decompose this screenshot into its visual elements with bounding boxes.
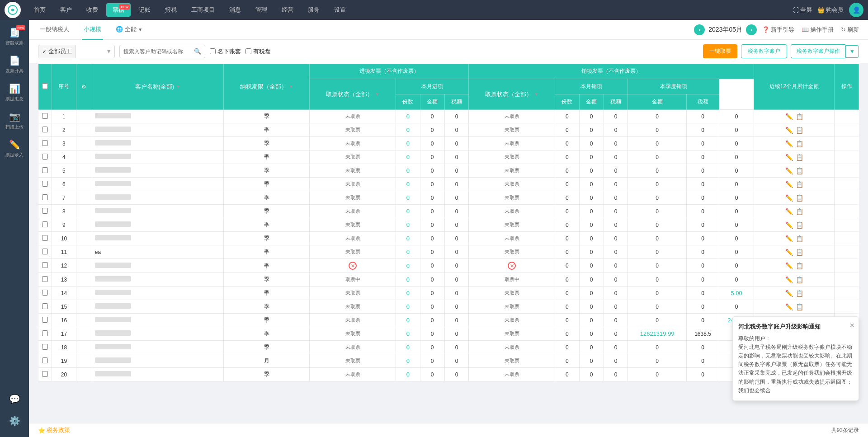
row-checkbox[interactable] <box>42 330 48 336</box>
cell-checkbox[interactable] <box>38 110 52 123</box>
row-checkbox[interactable] <box>42 235 48 241</box>
cell-checkbox[interactable] <box>38 287 52 300</box>
fullscreen-button[interactable]: ⛶ 全屏 <box>793 6 812 14</box>
row-checkbox[interactable] <box>42 221 48 227</box>
period-prev-button[interactable]: ‹ <box>694 24 705 35</box>
copy-icon[interactable]: 📋 <box>796 276 803 283</box>
edit-icon[interactable]: ✏️ <box>785 221 793 229</box>
sidebar-item-invoice-open[interactable]: 📄 发票开具 <box>2 52 27 78</box>
copy-icon[interactable]: 📋 <box>796 140 803 147</box>
copy-icon[interactable]: 📋 <box>796 181 803 188</box>
cell-checkbox[interactable] <box>38 273 52 287</box>
vip-button[interactable]: 👑 购会员 <box>817 6 844 14</box>
user-avatar[interactable]: 👤 <box>849 3 863 17</box>
cell-checkbox[interactable] <box>38 259 52 273</box>
sidebar-item-smart-ticket[interactable]: 🧾 智能取票 new <box>2 23 27 50</box>
cell-checkbox[interactable] <box>38 341 52 354</box>
row-checkbox[interactable] <box>42 371 48 377</box>
edit-icon[interactable]: ✏️ <box>785 127 793 134</box>
refresh-link[interactable]: ↻ 刷新 <box>841 26 859 34</box>
tab-full[interactable]: 🌐 全能 ▼ <box>114 20 144 40</box>
sidebar-item-chat[interactable]: 💬 <box>2 390 27 408</box>
sub-accounts-checkbox[interactable] <box>210 48 216 54</box>
copy-icon[interactable]: 📋 <box>796 113 803 120</box>
sidebar-item-invoice-summary[interactable]: 📊 票据汇总 <box>2 80 27 106</box>
nav-invoice[interactable]: 票据 new <box>106 3 131 17</box>
checkbox-sub-accounts[interactable]: 名下账套 <box>210 47 241 56</box>
nav-fee[interactable]: 收费 <box>80 3 104 17</box>
copy-icon[interactable]: 📋 <box>796 249 803 256</box>
search-icon[interactable]: 🔍 <box>194 48 201 55</box>
copy-icon[interactable]: 📋 <box>796 303 803 310</box>
row-checkbox[interactable] <box>42 194 48 200</box>
edit-icon[interactable]: ✏️ <box>785 303 793 310</box>
tax-disk-checkbox[interactable] <box>245 48 251 54</box>
edit-icon[interactable]: ✏️ <box>785 113 793 120</box>
cell-checkbox[interactable] <box>38 300 52 314</box>
out-status-filter-icon[interactable]: ▼ <box>534 92 538 97</box>
copy-icon[interactable]: 📋 <box>796 221 803 229</box>
copy-icon[interactable]: 📋 <box>796 262 803 269</box>
guide-link[interactable]: ❓ 新手引导 <box>762 26 794 34</box>
nav-customer[interactable]: 客户 <box>54 3 78 17</box>
row-checkbox[interactable] <box>42 317 48 323</box>
tax-digital-account-arrow-button[interactable]: ▼ <box>845 45 859 58</box>
edit-icon[interactable]: ✏️ <box>785 235 793 242</box>
cell-checkbox[interactable] <box>38 218 52 232</box>
tab-small-scale[interactable]: 小规模 <box>82 20 103 40</box>
tax-policy-link[interactable]: ⭐ 税务政策 <box>38 426 70 434</box>
employee-select[interactable]: ✓ 全部员工 ▼ <box>38 45 115 58</box>
th-setting[interactable]: ⚙ <box>76 64 92 110</box>
copy-icon[interactable]: 📋 <box>796 290 803 297</box>
row-checkbox[interactable] <box>42 303 48 309</box>
in-status-filter-icon[interactable]: ▼ <box>375 92 379 97</box>
cell-checkbox[interactable] <box>38 354 52 368</box>
notification-close-button[interactable]: ✕ <box>849 320 855 330</box>
nav-home[interactable]: 首页 <box>28 3 52 17</box>
one-click-fetch-button[interactable]: 一键取票 <box>703 44 737 58</box>
nav-admin[interactable]: 管理 <box>249 3 274 17</box>
row-checkbox[interactable] <box>42 181 48 187</box>
select-all-checkbox[interactable] <box>42 83 48 89</box>
copy-icon[interactable]: 📋 <box>796 154 803 161</box>
cell-checkbox[interactable] <box>38 178 52 191</box>
nav-business[interactable]: 工商项目 <box>185 3 221 17</box>
tax-period-filter-icon[interactable]: ▼ <box>289 84 293 89</box>
edit-icon[interactable]: ✏️ <box>785 194 793 202</box>
copy-icon[interactable]: 📋 <box>796 208 803 215</box>
row-checkbox[interactable] <box>42 262 48 268</box>
edit-icon[interactable]: ✏️ <box>785 262 793 269</box>
cell-checkbox[interactable] <box>38 137 52 150</box>
row-checkbox[interactable] <box>42 357 48 363</box>
row-checkbox[interactable] <box>42 127 48 132</box>
copy-icon[interactable]: 📋 <box>796 235 803 242</box>
customer-filter-icon[interactable]: ▼ <box>176 84 180 89</box>
edit-icon[interactable]: ✏️ <box>785 167 793 174</box>
sidebar-item-gear[interactable]: ⚙️ <box>2 412 27 430</box>
cell-checkbox[interactable] <box>38 327 52 341</box>
nav-accounting[interactable]: 记账 <box>132 3 157 17</box>
row-checkbox[interactable] <box>42 290 48 296</box>
nav-message[interactable]: 消息 <box>223 3 247 17</box>
edit-icon[interactable]: ✏️ <box>785 208 793 215</box>
sidebar-item-scan-upload[interactable]: 📷 扫描上传 <box>2 108 27 134</box>
period-next-button[interactable]: › <box>746 24 757 35</box>
cell-checkbox[interactable] <box>38 314 52 327</box>
cell-checkbox[interactable] <box>38 232 52 245</box>
cell-checkbox[interactable] <box>38 245 52 259</box>
cell-checkbox[interactable] <box>38 368 52 381</box>
edit-icon[interactable]: ✏️ <box>785 276 793 283</box>
tax-digital-account-main-button[interactable]: 税务数字账户操作 <box>791 44 845 58</box>
edit-icon[interactable]: ✏️ <box>785 181 793 188</box>
edit-icon[interactable]: ✏️ <box>785 290 793 297</box>
sidebar-item-invoice-entry[interactable]: ✏️ 票据录入 <box>2 136 27 162</box>
row-checkbox[interactable] <box>42 276 48 282</box>
cell-checkbox[interactable] <box>38 123 52 137</box>
nav-service[interactable]: 服务 <box>302 3 326 17</box>
row-checkbox[interactable] <box>42 249 48 254</box>
edit-icon[interactable]: ✏️ <box>785 154 793 161</box>
cell-checkbox[interactable] <box>38 191 52 205</box>
edit-icon[interactable]: ✏️ <box>785 249 793 256</box>
row-checkbox[interactable] <box>42 208 48 214</box>
nav-operation[interactable]: 经营 <box>275 3 300 17</box>
